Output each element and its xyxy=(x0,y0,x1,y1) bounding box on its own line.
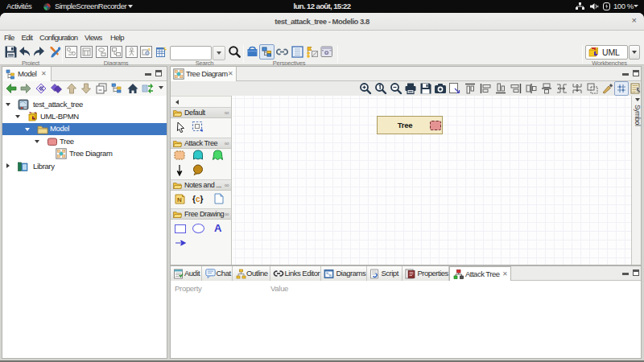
svg-text:N: N xyxy=(177,196,182,204)
